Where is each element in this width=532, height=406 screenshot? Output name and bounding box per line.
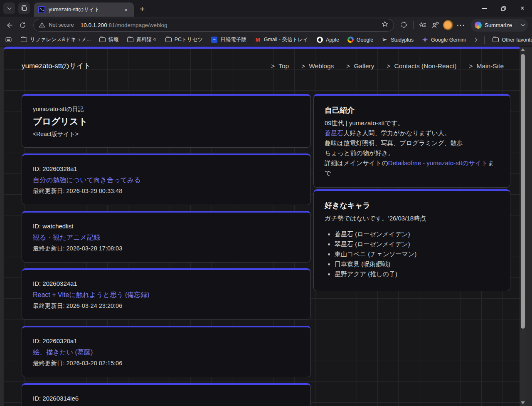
- entry-updated: 最終更新日: 2026-03-20 02:15:06: [33, 359, 300, 368]
- window-controls: ×: [475, 0, 532, 17]
- tab-search-button[interactable]: [3, 2, 15, 14]
- back-button[interactable]: [4, 19, 15, 31]
- favorite-character: 東山コベニ (チェンソーマン): [335, 249, 499, 259]
- scroll-down-icon[interactable]: [521, 401, 525, 404]
- titlebar: yumezato-sttのサイト × + ×: [0, 0, 532, 17]
- profile-line: 詳細はメインサイトのDetailsofme - yumezato-sttのサイト…: [325, 158, 499, 178]
- bookmark-item[interactable]: Studyplus: [378, 35, 417, 45]
- entry-title-link[interactable]: 絵、描きたい (葛藤): [33, 347, 300, 358]
- address-bar[interactable]: Not secure 10.0.1.200:81/modernpage/webl…: [33, 19, 394, 32]
- favorites-note: ガチ勢ではないです。'26/03/18時点: [325, 213, 499, 223]
- profile-button[interactable]: [443, 19, 454, 31]
- nav-item[interactable]: > Gallery: [346, 62, 374, 70]
- page-scrollbar[interactable]: [520, 47, 526, 406]
- bookmark-item[interactable]: PCトリセツ: [162, 35, 207, 45]
- bookmark-label: Google Gemini: [431, 37, 466, 43]
- refresh-button[interactable]: [17, 19, 28, 31]
- bookmark-item[interactable]: 日経電子版: [207, 35, 250, 45]
- close-icon: ×: [520, 5, 524, 12]
- profile-line: 蒼星石大好き人間、学力がかなりまずい人。: [325, 128, 499, 138]
- entry-id: ID: 20260320a1: [33, 337, 300, 346]
- bookmark-item[interactable]: Gmail - 受信トレイ: [251, 35, 312, 45]
- profile-title: 自己紹介: [325, 105, 499, 116]
- entry-title-link[interactable]: 自分の勉強について向き合ってみる: [33, 175, 300, 186]
- site-header: yumezato-sttのサイト > Top > Weblogs > Galle…: [3, 49, 523, 71]
- extensions-button[interactable]: [398, 19, 409, 31]
- bookmarks-bar: リファレンス&ドキュメ... 情報 資料諸々 PCトリセツ 日経電子版 Gmai…: [0, 33, 532, 47]
- entry-id: ID: 20260314ie6: [33, 394, 300, 403]
- blog-header-card: yumezato-sttの日記 ブログリスト <React版サイト>: [22, 94, 311, 148]
- nikkei-icon: [211, 37, 217, 43]
- browser-essentials-button[interactable]: [430, 19, 441, 31]
- other-favorites-button[interactable]: Other favorites: [489, 35, 532, 45]
- profile-avatar: [443, 20, 453, 30]
- blog-title: ブログリスト: [33, 115, 300, 128]
- profile-line: 趣味は放電灯照明、写真、プログラミング、散歩: [325, 138, 499, 148]
- minimize-button[interactable]: [475, 0, 494, 17]
- tab-organizer-button[interactable]: [18, 2, 30, 14]
- puzzle-icon: [400, 21, 408, 29]
- chevron-right-icon: [473, 38, 478, 42]
- folder-icon: [165, 37, 172, 42]
- bookmark-item[interactable]: Google: [344, 35, 377, 45]
- nav-prefix: >: [271, 62, 275, 70]
- nav-item[interactable]: > Main-Site: [469, 62, 504, 70]
- bookmark-item[interactable]: 情報: [96, 35, 123, 45]
- detailsofme-link[interactable]: Detailsofme - yumezato-sttのサイト: [388, 159, 488, 166]
- bookmark-label: Apple: [326, 37, 339, 43]
- settings-menu-button[interactable]: ···: [456, 19, 467, 31]
- bookmark-label: 日経電子版: [220, 36, 246, 43]
- browser-tab[interactable]: yumezato-sttのサイト ×: [34, 2, 134, 17]
- restore-button[interactable]: [494, 0, 513, 17]
- url-text: 10.0.1.200:81/modernpage/weblog: [81, 21, 167, 29]
- chevron-down-icon[interactable]: [521, 22, 525, 27]
- new-tab-button[interactable]: +: [136, 3, 148, 15]
- bookmark-item[interactable]: Google Gemini: [418, 35, 469, 45]
- navigation-toolbar: Not secure 10.0.1.200:81/modernpage/webl…: [0, 17, 532, 33]
- bookmark-item[interactable]: 資料諸々: [123, 35, 161, 45]
- browser-viewport: yumezato-sttのサイト > Top > Weblogs > Galle…: [0, 47, 532, 406]
- close-button[interactable]: ×: [513, 0, 532, 17]
- site-nav: > Top > Weblogs > Gallery > Contacts (No…: [271, 62, 504, 70]
- entry-updated: 最終更新日: 2026-03-24 23:20:06: [33, 301, 300, 310]
- favorites-star-lines-icon: [419, 21, 426, 29]
- favorite-characters-list: 蒼星石 (ローゼンメイデン)翠星石 (ローゼンメイデン)東山コベニ (チェンソー…: [335, 229, 499, 279]
- nav-item[interactable]: > Top: [271, 62, 289, 70]
- nav-item[interactable]: > Contacts (Non-React): [387, 62, 457, 70]
- profile-line: 09世代 | yumezato-sttです。: [325, 118, 499, 128]
- blog-column: yumezato-sttの日記 ブログリスト <React版サイト> ID: 2…: [22, 94, 311, 406]
- scrollbar-thumb[interactable]: [521, 54, 525, 329]
- add-favorite-button[interactable]: [381, 20, 389, 30]
- entry-updated: 最終更新日: 2026-03-29 00:33:48: [33, 186, 300, 196]
- favorite-character: 翠星石 (ローゼンメイデン): [335, 239, 499, 249]
- entry-title-link[interactable]: IE6に(ほぼ)完全対応しました: [33, 404, 300, 406]
- copilot-summarize-button[interactable]: Summarize: [471, 19, 528, 32]
- tab-close-icon[interactable]: ×: [122, 6, 130, 13]
- entry-title-link[interactable]: React + Viteに触れようと思う (備忘録): [33, 290, 300, 300]
- webpage: yumezato-sttのサイト > Top > Weblogs > Galle…: [3, 47, 523, 406]
- bookmark-label: Google: [357, 37, 373, 43]
- blog-entry-card: ID: 20260328a1 自分の勉強について向き合ってみる 最終更新日: 2…: [22, 153, 311, 205]
- favorites-button[interactable]: [416, 19, 428, 31]
- entry-title-link[interactable]: 観る・観たアニメ記録: [33, 232, 300, 243]
- google-icon: [347, 37, 354, 43]
- nav-label: Gallery: [354, 62, 374, 70]
- nav-item[interactable]: > Weblogs: [301, 62, 334, 70]
- bookmark-item[interactable]: リファレンス&ドキュメ...: [17, 35, 95, 45]
- souseiseki-link[interactable]: 蒼星石: [325, 129, 343, 136]
- nav-label: Main-Site: [477, 62, 504, 70]
- restore-icon: [501, 6, 506, 11]
- sidebar-column: 自己紹介 09世代 | yumezato-sttです。 蒼星石大好き人間、学力が…: [313, 94, 510, 291]
- profile-card: 自己紹介 09世代 | yumezato-sttです。 蒼星石大好き人間、学力が…: [313, 94, 510, 188]
- profile-line-text: 詳細はメインサイトの: [325, 159, 388, 166]
- gemini-icon: [422, 37, 428, 43]
- apple-icon: [317, 37, 323, 43]
- bookmarks-overflow-button[interactable]: [470, 34, 480, 46]
- scroll-up-icon[interactable]: [521, 48, 525, 51]
- bookmark-label: リファレンス&ドキュメ...: [30, 36, 91, 43]
- entry-id: ID: 20260324a1: [33, 279, 300, 288]
- bookmarks-hub-button[interactable]: [5, 35, 12, 45]
- minimize-icon: [482, 8, 487, 9]
- bookmark-item[interactable]: Apple: [313, 35, 343, 45]
- tab-title: yumezato-sttのサイト: [49, 6, 119, 13]
